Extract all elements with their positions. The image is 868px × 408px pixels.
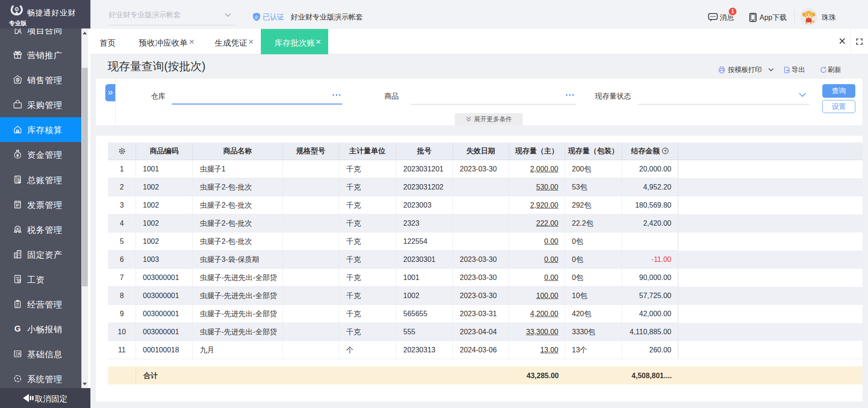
svg-text:G: G [14,324,21,334]
svg-text:企: 企 [255,14,259,19]
svg-text:$: $ [17,78,19,82]
svg-text:?: ? [664,149,667,153]
